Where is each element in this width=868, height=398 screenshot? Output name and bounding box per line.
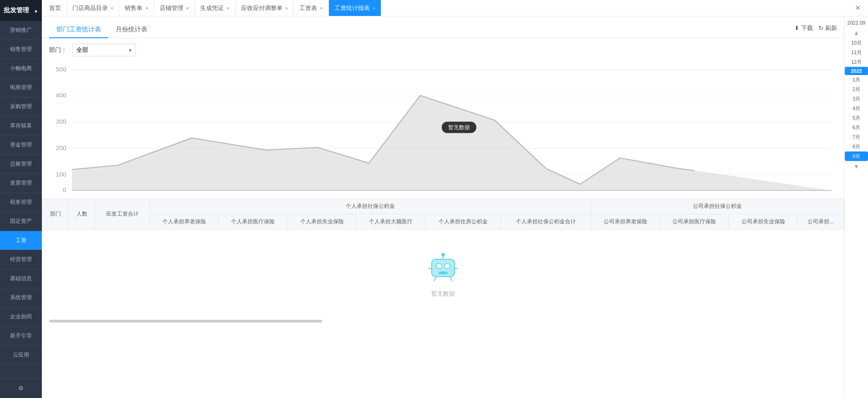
sidebar-item-新手引导[interactable]: 新手引导 <box>0 327 42 346</box>
tab-close-icon[interactable]: × <box>320 5 323 11</box>
sidebar: 批发管理 ▲ 营销推广销售管理小畅电商电商管理采购管理库存核算资金管理总账管理发… <box>0 0 42 398</box>
empty-state: 暂无数据 <box>42 230 844 316</box>
timeline-month-3[interactable]: 3月 <box>845 94 868 104</box>
sidebar-item-营销推广[interactable]: 营销推广 <box>0 21 42 40</box>
chart-container: 500 400 300 200 100 0 <box>42 62 844 198</box>
timeline-month-1[interactable]: 1月 <box>845 75 868 85</box>
th-c-medical: 公司承担医疗保险 <box>660 214 729 230</box>
timeline-up-arrow[interactable]: ▲ <box>853 27 860 38</box>
tab-close-icon[interactable]: × <box>186 5 189 11</box>
timeline-year-2022[interactable]: 2022 <box>845 67 868 75</box>
sidebar-item-固定资产[interactable]: 固定资产 <box>0 212 42 231</box>
table-empty-row: 暂无数据 <box>42 230 844 317</box>
refresh-label: 刷新 <box>825 24 837 32</box>
th-dept: 部门 <box>42 199 69 230</box>
chart-no-data-tooltip: 暂无数据 <box>442 122 476 133</box>
th-c-pension: 公司承担养老保险 <box>591 214 660 230</box>
timeline-year-label[interactable]: 2022.09 <box>845 18 868 27</box>
svg-line-21 <box>434 277 436 281</box>
th-c-unemployment: 公司承担失业保险 <box>729 214 797 230</box>
sidebar-item-企业协同[interactable]: 企业协同 <box>0 307 42 327</box>
refresh-icon: ↻ <box>818 25 823 31</box>
sidebar-header[interactable]: 批发管理 ▲ <box>0 0 42 21</box>
sidebar-item-发票管理[interactable]: 发票管理 <box>0 174 42 193</box>
tab-销售单[interactable]: 销售单× <box>119 0 154 16</box>
th-total-salary: 应发工资合计 <box>95 199 150 230</box>
sidebar-item-小畅电商[interactable]: 小畅电商 <box>0 59 42 78</box>
timeline-month-9[interactable]: 9月 <box>845 151 868 161</box>
th-p-housing: 个人承担住房公积金 <box>425 214 501 230</box>
timeline-month-5[interactable]: 5月 <box>845 113 868 123</box>
horizontal-scrollbar[interactable] <box>49 320 322 322</box>
settings-icon: ⚙ <box>18 385 24 392</box>
content-area: 部门工资统计表月份统计表 ⬇ 下载 ↻ 刷新 部门： 全部 ▾ <box>42 16 868 398</box>
sidebar-item-税务管理[interactable]: 税务管理 <box>0 193 42 212</box>
timeline-month-12[interactable]: 12月 <box>845 57 868 67</box>
timeline-panel: 2022.09 ▲ 10月 11月 12月 2022 1月 2月 3月 4月 5… <box>844 16 868 398</box>
tab-list: 首页门店商品目录×销售单×店铺管理×生成凭证×应收应付调整单×工资表×工资统计报… <box>44 0 849 16</box>
filter-dept-select[interactable]: 全部 ▾ <box>72 44 136 56</box>
svg-marker-12 <box>72 96 831 191</box>
sidebar-item-总账管理[interactable]: 总账管理 <box>0 155 42 174</box>
sidebar-item-资金管理[interactable]: 资金管理 <box>0 136 42 155</box>
tab-close-icon[interactable]: × <box>227 5 229 11</box>
timeline-month-8[interactable]: 8月 <box>845 142 868 151</box>
svg-text:500: 500 <box>56 66 66 72</box>
svg-rect-14 <box>436 264 442 268</box>
tab-bar: 首页门店商品目录×销售单×店铺管理×生成凭证×应收应付调整单×工资表×工资统计报… <box>42 0 868 16</box>
page-content: 部门工资统计表月份统计表 ⬇ 下载 ↻ 刷新 部门： 全部 ▾ <box>42 16 844 398</box>
tab-close-icon[interactable]: × <box>285 5 288 11</box>
main-area: 首页门店商品目录×销售单×店铺管理×生成凭证×应收应付调整单×工资表×工资统计报… <box>42 0 868 398</box>
tab-close-icon[interactable]: × <box>111 5 113 11</box>
svg-line-22 <box>450 277 452 281</box>
close-all-button[interactable]: ✕ <box>849 4 866 12</box>
sidebar-item-工资[interactable]: 工资 <box>0 231 42 250</box>
sidebar-footer[interactable]: ⚙ <box>0 378 42 398</box>
sidebar-item-基础信息[interactable]: 基础信息 <box>0 269 42 288</box>
sub-tab-actions: ⬇ 下载 ↻ 刷新 <box>794 24 837 36</box>
filter-bar: 部门： 全部 ▾ <box>42 38 844 62</box>
th-people: 人数 <box>69 199 95 230</box>
svg-text:200: 200 <box>56 145 66 151</box>
sidebar-item-采购管理[interactable]: 采购管理 <box>0 97 42 116</box>
svg-text:400: 400 <box>56 92 66 99</box>
timeline-month-10[interactable]: 10月 <box>845 38 868 48</box>
sidebar-item-电商管理[interactable]: 电商管理 <box>0 78 42 97</box>
timeline-month-11[interactable]: 11月 <box>845 48 868 57</box>
tab-门店商品目录[interactable]: 门店商品目录× <box>67 0 119 16</box>
svg-text:0: 0 <box>63 187 66 193</box>
sub-tab-月份统计表[interactable]: 月份统计表 <box>108 22 155 38</box>
tab-生成凭证[interactable]: 生成凭证× <box>195 0 235 16</box>
empty-label: 暂无数据 <box>431 290 455 298</box>
th-company-insurance: 公司承担社保公积金 <box>591 199 844 214</box>
th-p-medical: 个人承担医疗保险 <box>219 214 288 230</box>
tab-close-icon[interactable]: × <box>145 5 148 11</box>
download-button[interactable]: ⬇ 下载 <box>794 24 813 32</box>
sidebar-item-系统管理[interactable]: 系统管理 <box>0 288 42 307</box>
sidebar-item-销售管理[interactable]: 销售管理 <box>0 40 42 59</box>
sub-tab-部门工资统计表[interactable]: 部门工资统计表 <box>49 22 108 38</box>
tab-close-icon[interactable]: × <box>373 5 375 11</box>
tab-店铺管理[interactable]: 店铺管理× <box>154 0 195 16</box>
timeline-down-arrow[interactable]: ▼ <box>853 161 860 172</box>
tab-工资表[interactable]: 工资表× <box>294 0 328 16</box>
sidebar-item-经营管理[interactable]: 经营管理 <box>0 250 42 269</box>
sidebar-item-库存核算[interactable]: 库存核算 <box>0 116 42 136</box>
th-p-big-medical: 个人承担大额医疗 <box>356 214 425 230</box>
th-p-pension: 个人承担养老保险 <box>150 214 218 230</box>
filter-dept-label: 部门： <box>49 46 67 54</box>
timeline-month-4[interactable]: 4月 <box>845 104 868 113</box>
table-header-row1: 部门 人数 应发工资合计 个人承担社保公积金 公司承担社保公积金 <box>42 199 844 214</box>
th-p-unemployment: 个人承担失业保险 <box>288 214 356 230</box>
refresh-button[interactable]: ↻ 刷新 <box>818 24 837 32</box>
svg-point-18 <box>441 253 445 257</box>
download-icon: ⬇ <box>794 25 799 31</box>
timeline-month-2[interactable]: 2月 <box>845 85 868 94</box>
timeline-month-7[interactable]: 7月 <box>845 132 868 142</box>
tab-首页[interactable]: 首页 <box>44 0 67 16</box>
table-container[interactable]: 部门 人数 应发工资合计 个人承担社保公积金 公司承担社保公积金 个人承担养老保… <box>42 198 844 398</box>
tab-工资统计报表[interactable]: 工资统计报表× <box>329 0 381 16</box>
tab-应收应付调整单[interactable]: 应收应付调整单× <box>236 0 294 16</box>
timeline-month-6[interactable]: 6月 <box>845 123 868 132</box>
sidebar-item-云应用[interactable]: 云应用 <box>0 346 42 365</box>
